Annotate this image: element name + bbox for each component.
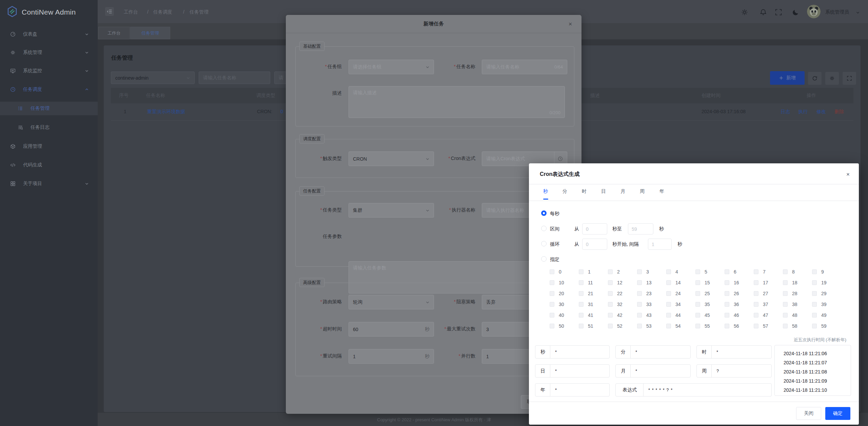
second-option[interactable]: 2 xyxy=(608,266,637,277)
second-option[interactable]: 48 xyxy=(783,310,812,321)
checkbox-icon[interactable] xyxy=(812,269,817,274)
second-option[interactable]: 24 xyxy=(666,288,695,299)
checkbox-icon[interactable] xyxy=(812,324,817,328)
checkbox-icon[interactable] xyxy=(725,324,729,328)
expression-input[interactable]: * * * * * ? * xyxy=(643,383,772,397)
second-option[interactable]: 10 xyxy=(550,277,579,288)
loop-start-input[interactable]: 0 xyxy=(582,239,607,250)
task-name-filter-input[interactable]: 请输入任务名称 xyxy=(199,72,270,84)
range-to-input[interactable]: 59 xyxy=(628,223,653,235)
second-option[interactable]: 49 xyxy=(812,310,841,321)
second-option[interactable]: 28 xyxy=(783,288,812,299)
close-icon[interactable]: × xyxy=(844,171,852,178)
close-button[interactable]: 关闭 xyxy=(796,407,821,420)
description-textarea[interactable]: 请输入描述 0/200 xyxy=(349,86,565,118)
checkbox-icon[interactable] xyxy=(725,269,729,274)
tab-task-management[interactable]: 任务管理 xyxy=(130,27,170,39)
refresh-button[interactable] xyxy=(808,72,822,85)
checkbox-icon[interactable] xyxy=(695,302,700,307)
second-option[interactable]: 19 xyxy=(812,277,841,288)
every-second-radio[interactable] xyxy=(541,210,547,216)
delete-action-link[interactable]: 删除 xyxy=(834,109,844,115)
second-option[interactable]: 18 xyxy=(783,277,812,288)
checkbox-icon[interactable] xyxy=(754,280,758,285)
second-option[interactable]: 26 xyxy=(725,288,754,299)
checkbox-icon[interactable] xyxy=(754,302,758,307)
breadcrumb-item[interactable]: 任务调度 xyxy=(153,9,172,15)
checkbox-icon[interactable] xyxy=(579,324,584,328)
checkbox-icon[interactable] xyxy=(608,313,613,318)
part-input-month[interactable]: * xyxy=(630,364,691,378)
checkbox-icon[interactable] xyxy=(608,280,613,285)
range-from-input[interactable]: 0 xyxy=(582,223,607,235)
second-option[interactable]: 32 xyxy=(608,299,637,310)
second-option[interactable]: 43 xyxy=(637,310,666,321)
checkbox-icon[interactable] xyxy=(725,302,729,307)
checkbox-icon[interactable] xyxy=(550,313,554,318)
table-fullscreen-button[interactable] xyxy=(843,72,856,85)
checkbox-icon[interactable] xyxy=(637,280,642,285)
second-option[interactable]: 16 xyxy=(725,277,754,288)
second-option[interactable]: 56 xyxy=(725,321,754,331)
checkbox-icon[interactable] xyxy=(695,291,700,296)
breadcrumb-item[interactable]: 工作台 xyxy=(124,9,138,15)
checkbox-icon[interactable] xyxy=(550,302,554,307)
second-option[interactable]: 8 xyxy=(783,266,812,277)
second-option[interactable]: 17 xyxy=(754,277,783,288)
checkbox-icon[interactable] xyxy=(579,280,584,285)
task-name-input[interactable]: 请输入任务名称 0/64 xyxy=(482,60,567,74)
checkbox-icon[interactable] xyxy=(666,302,671,307)
second-option[interactable]: 6 xyxy=(725,266,754,277)
checkbox-icon[interactable] xyxy=(812,280,817,285)
second-option[interactable]: 15 xyxy=(695,277,725,288)
second-option[interactable]: 23 xyxy=(637,288,666,299)
second-option[interactable]: 58 xyxy=(783,321,812,331)
checkbox-icon[interactable] xyxy=(608,302,613,307)
sidebar-item-about-project[interactable]: 关于项目 xyxy=(0,177,98,190)
checkbox-icon[interactable] xyxy=(812,302,817,307)
checkbox-icon[interactable] xyxy=(695,324,700,328)
tab-workbench[interactable]: 工作台 xyxy=(98,27,130,39)
close-icon[interactable]: × xyxy=(567,20,574,28)
checkbox-icon[interactable] xyxy=(754,291,758,296)
sidebar-item-system-monitor[interactable]: 系统监控 xyxy=(0,64,98,78)
second-option[interactable]: 50 xyxy=(550,321,579,331)
tab-minutes[interactable]: 分 xyxy=(563,188,567,195)
second-option[interactable]: 25 xyxy=(695,288,725,299)
second-option[interactable]: 57 xyxy=(754,321,783,331)
second-option[interactable]: 39 xyxy=(812,299,841,310)
checkbox-icon[interactable] xyxy=(637,269,642,274)
second-option[interactable]: 38 xyxy=(783,299,812,310)
second-option[interactable]: 4 xyxy=(666,266,695,277)
part-input-year[interactable]: * xyxy=(550,383,610,397)
checkbox-icon[interactable] xyxy=(666,324,671,328)
current-user-name[interactable]: 系统管理员 xyxy=(825,9,849,15)
checkbox-icon[interactable] xyxy=(783,324,788,328)
second-option[interactable]: 41 xyxy=(579,310,608,321)
checkbox-icon[interactable] xyxy=(783,313,788,318)
second-option[interactable]: 30 xyxy=(550,299,579,310)
tab-month[interactable]: 月 xyxy=(620,188,625,195)
checkbox-icon[interactable] xyxy=(550,280,554,285)
checkbox-icon[interactable] xyxy=(783,280,788,285)
second-option[interactable]: 54 xyxy=(666,321,695,331)
checkbox-icon[interactable] xyxy=(812,291,817,296)
notification-bell-icon[interactable] xyxy=(760,8,767,16)
sidebar-item-code-generation[interactable]: 代码生成 xyxy=(0,158,98,172)
checkbox-icon[interactable] xyxy=(637,324,642,328)
breadcrumb-item[interactable]: 任务管理 xyxy=(190,9,209,15)
second-option[interactable]: 0 xyxy=(550,266,579,277)
task-name-link[interactable]: 重置演示环境数据 xyxy=(147,109,185,115)
checkbox-icon[interactable] xyxy=(666,280,671,285)
sidebar-item-dashboard[interactable]: 仪表盘 xyxy=(0,27,98,41)
tab-hours[interactable]: 时 xyxy=(582,188,587,195)
second-option[interactable]: 36 xyxy=(725,299,754,310)
second-option[interactable]: 59 xyxy=(812,321,841,331)
checkbox-icon[interactable] xyxy=(550,324,554,328)
second-option[interactable]: 3 xyxy=(637,266,666,277)
second-option[interactable]: 11 xyxy=(579,277,608,288)
checkbox-icon[interactable] xyxy=(637,291,642,296)
checkbox-icon[interactable] xyxy=(608,269,613,274)
second-option[interactable]: 46 xyxy=(725,310,754,321)
second-option[interactable]: 1 xyxy=(579,266,608,277)
